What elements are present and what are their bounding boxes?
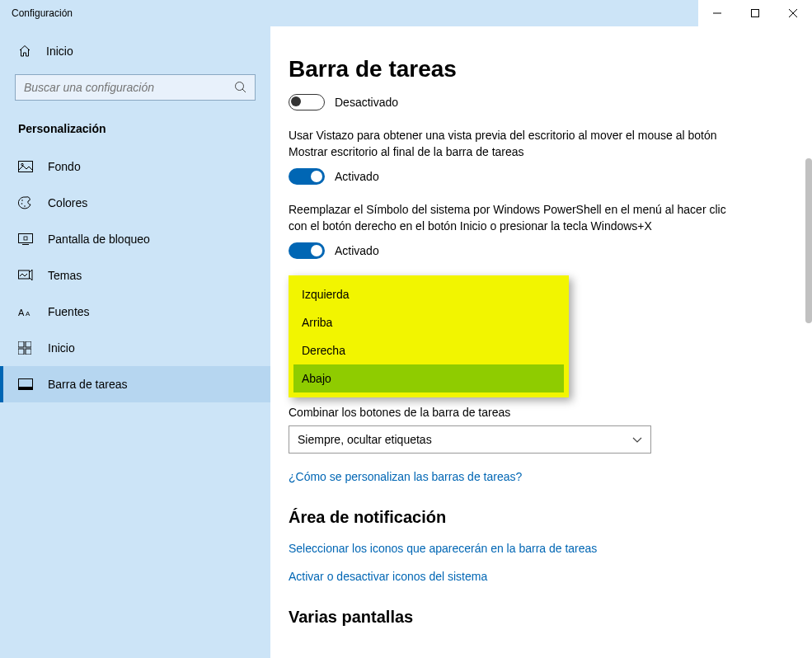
- search-icon: [234, 81, 247, 97]
- svg-rect-11: [19, 234, 33, 243]
- home-label: Inicio: [46, 45, 73, 58]
- scrollbar[interactable]: [805, 158, 812, 323]
- nav-pantalla-bloqueo[interactable]: Pantalla de bloqueo: [0, 221, 270, 257]
- nav-inicio[interactable]: Inicio: [0, 330, 270, 366]
- toggle-label: Desactivado: [335, 96, 398, 109]
- setting-peek-desc: Usar Vistazo para obtener una vista prev…: [289, 127, 734, 160]
- svg-rect-18: [26, 341, 31, 347]
- nav-label: Temas: [48, 269, 82, 282]
- chevron-down-icon: [632, 433, 642, 446]
- toggle-powershell[interactable]: [289, 242, 325, 259]
- help-link[interactable]: ¿Cómo se personalizan las barras de tare…: [289, 470, 779, 483]
- nav-label: Inicio: [48, 341, 75, 355]
- svg-point-8: [21, 200, 23, 201]
- svg-rect-6: [19, 162, 33, 172]
- taskbar-icon: [18, 378, 33, 390]
- nav-colores[interactable]: Colores: [0, 185, 270, 221]
- toggle-setting-0[interactable]: [289, 94, 325, 110]
- nav-temas[interactable]: Temas: [0, 257, 270, 294]
- palette-icon: [18, 196, 33, 209]
- nav-label: Barra de tareas: [48, 378, 128, 391]
- nav-label: Colores: [48, 196, 87, 209]
- svg-rect-13: [24, 237, 27, 240]
- svg-rect-1: [752, 10, 759, 17]
- themes-icon: [18, 269, 33, 282]
- taskbar-location-dropdown[interactable]: Izquierda Arriba Derecha Abajo: [289, 275, 569, 397]
- lockscreen-icon: [18, 233, 33, 245]
- home-button[interactable]: Inicio: [0, 36, 270, 66]
- dropdown-option-derecha[interactable]: Derecha: [293, 336, 564, 364]
- svg-point-10: [24, 205, 26, 207]
- content-area: Barra de tareas Desactivado Usar Vistazo…: [270, 26, 812, 658]
- dropdown-option-arriba[interactable]: Arriba: [293, 308, 564, 336]
- setting-powershell-desc: Reemplazar el Símbolo del sistema por Wi…: [289, 201, 734, 234]
- combine-combobox[interactable]: Siempre, ocultar etiquetas: [289, 425, 651, 454]
- maximize-button[interactable]: [736, 0, 774, 26]
- toggle-peek[interactable]: [289, 168, 325, 185]
- search-input[interactable]: [15, 74, 256, 101]
- svg-point-9: [21, 203, 23, 204]
- toggle-label: Activado: [335, 244, 379, 257]
- dropdown-option-izquierda[interactable]: Izquierda: [293, 280, 564, 308]
- svg-rect-19: [18, 349, 24, 355]
- start-icon: [18, 341, 33, 355]
- svg-rect-22: [19, 387, 33, 390]
- svg-rect-17: [18, 341, 24, 347]
- window-title: Configuración: [0, 7, 73, 19]
- nav-barra-tareas[interactable]: Barra de tareas: [0, 366, 270, 402]
- combine-value: Siempre, ocultar etiquetas: [298, 433, 432, 446]
- nav-fuentes[interactable]: AA Fuentes: [0, 294, 270, 330]
- category-label: Personalización: [0, 115, 270, 148]
- svg-point-7: [21, 163, 23, 165]
- nav-fondo[interactable]: Fondo: [0, 148, 270, 185]
- svg-line-5: [242, 89, 246, 92]
- dropdown-option-abajo[interactable]: Abajo: [293, 364, 564, 392]
- sidebar: Inicio Personalización Fondo Colores Pan…: [0, 26, 270, 658]
- nav-label: Fondo: [48, 160, 81, 173]
- svg-rect-14: [19, 270, 30, 279]
- close-button[interactable]: [774, 0, 812, 26]
- toggle-label: Activado: [335, 170, 379, 183]
- svg-rect-12: [22, 244, 29, 245]
- svg-text:A: A: [18, 308, 25, 317]
- combine-label: Combinar los botones de la barra de tare…: [289, 406, 779, 419]
- notification-area-title: Área de notificación: [289, 508, 779, 527]
- picture-icon: [18, 161, 33, 172]
- minimize-button[interactable]: [698, 0, 736, 26]
- fonts-icon: AA: [18, 306, 33, 317]
- home-icon: [18, 45, 31, 58]
- svg-rect-20: [26, 349, 31, 355]
- nav-label: Pantalla de bloqueo: [48, 233, 150, 246]
- multiscreen-title: Varias pantallas: [289, 608, 779, 627]
- nav-label: Fuentes: [48, 305, 90, 318]
- select-icons-link[interactable]: Seleccionar los iconos que aparecerán en…: [289, 542, 779, 555]
- svg-text:A: A: [26, 310, 31, 317]
- system-icons-link[interactable]: Activar o desactivar iconos del sistema: [289, 570, 779, 583]
- page-title: Barra de tareas: [289, 56, 779, 82]
